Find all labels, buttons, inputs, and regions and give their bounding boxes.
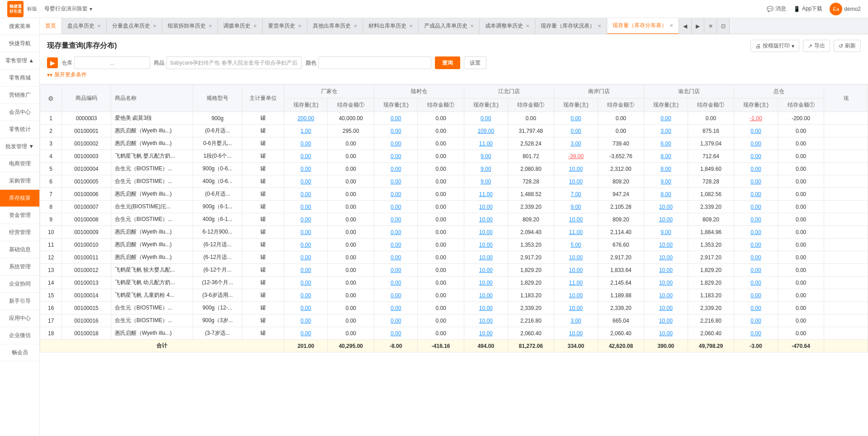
cell-total-qty[interactable]: 0.00 — [734, 289, 778, 302]
tab-cost-adjust[interactable]: 成本调整单历史 ✕ — [480, 18, 535, 34]
tab-sub-inventory-check[interactable]: 分量盘点单历史 ✕ — [107, 18, 162, 34]
tab-product-in[interactable]: 产成品入库单历史 ✕ — [419, 18, 480, 34]
cell-total-qty[interactable]: 0.00 — [734, 213, 778, 226]
messages-btn[interactable]: 💬 消息 — [767, 5, 786, 13]
cell-changjia-qty[interactable]: 0.00 — [284, 251, 328, 264]
cell-changjia-qty[interactable]: 0.00 — [284, 327, 328, 340]
cell-nanan-qty[interactable]: 10.00 — [554, 302, 598, 314]
cell-changjia-qty[interactable]: 0.00 — [284, 201, 328, 213]
cell-yubei-qty[interactable]: 8.00 — [644, 188, 688, 201]
query-btn[interactable]: 查询 — [435, 56, 460, 69]
cell-nanan-qty[interactable]: 10.00 — [554, 163, 598, 175]
cell-yubei-qty[interactable]: 10.00 — [644, 277, 688, 289]
cell-yubei-qty[interactable]: 10.00 — [644, 289, 688, 302]
cell-yubei-qty[interactable]: 8.00 — [644, 150, 688, 163]
cell-yubei-qty[interactable]: 10.00 — [644, 239, 688, 251]
cell-changjia-qty[interactable]: 0.00 — [284, 213, 328, 226]
cell-nanan-qty[interactable]: 3.00 — [554, 137, 598, 150]
cell-lucun-qty[interactable]: 0.00 — [374, 314, 418, 327]
table-container[interactable]: ⚙ 商品编码 商品名称 规格型号 主计量单位 厂家仓 陆村仓 江北门店 南岸门店… — [40, 84, 868, 436]
sidebar-item-retail-stats[interactable]: 零售统计 — [0, 121, 39, 138]
tab-close-icon[interactable]: ✕ — [253, 23, 257, 28]
sidebar-item-guide[interactable]: 新手引导 — [0, 293, 39, 310]
tab-prev-btn[interactable]: ◀ — [679, 18, 692, 34]
cell-jiangbei-qty[interactable]: 10.00 — [464, 201, 508, 213]
cell-yubei-qty[interactable]: 8.00 — [644, 163, 688, 175]
cell-nanan-qty[interactable]: 9.00 — [554, 201, 598, 213]
cell-lucun-qty[interactable]: 0.00 — [374, 239, 418, 251]
cell-lucun-qty[interactable]: 0.00 — [374, 150, 418, 163]
sidebar-item-system[interactable]: 系统管理 — [0, 258, 39, 276]
tab-close-icon[interactable]: ✕ — [598, 23, 601, 28]
cell-changjia-qty[interactable]: 0.00 — [284, 314, 328, 327]
cell-nanan-qty[interactable]: 10.00 — [554, 251, 598, 264]
cell-total-qty[interactable]: -1.00 — [734, 112, 778, 125]
filter-toggle-btn[interactable]: ▶ — [47, 57, 58, 68]
cell-nanan-qty[interactable]: 0.00 — [554, 112, 598, 125]
tab-close-icon[interactable]: ✕ — [526, 23, 529, 28]
app-download-btn[interactable]: 📱 App下载 — [793, 5, 822, 13]
cell-changjia-qty[interactable]: 0.00 — [284, 137, 328, 150]
cell-total-qty[interactable]: 0.00 — [734, 327, 778, 340]
cell-jiangbei-qty[interactable]: 10.00 — [464, 289, 508, 302]
cell-total-qty[interactable]: 0.00 — [734, 277, 778, 289]
cell-jiangbei-qty[interactable]: 10.00 — [464, 264, 508, 277]
sidebar-item-wholesale[interactable]: 批发管理 ▼ — [0, 138, 39, 155]
cell-nanan-qty[interactable]: 11.00 — [554, 277, 598, 289]
tab-close-icon[interactable]: ✕ — [470, 23, 474, 28]
cell-nanan-qty[interactable]: -39.00 — [554, 150, 598, 163]
cell-changjia-qty[interactable]: 1.00 — [284, 125, 328, 137]
cell-total-qty[interactable]: 0.00 — [734, 188, 778, 201]
cell-jiangbei-qty[interactable]: 109.00 — [464, 125, 508, 137]
user-menu[interactable]: Ea demo2 — [830, 3, 861, 15]
cell-nanan-qty[interactable]: 10.00 — [554, 264, 598, 277]
cell-jiangbei-qty[interactable]: 10.00 — [464, 302, 508, 314]
tab-transfer[interactable]: 调拨单历史 ✕ — [218, 18, 263, 34]
cell-nanan-qty[interactable]: 5.00 — [554, 239, 598, 251]
cell-lucun-qty[interactable]: 0.00 — [374, 327, 418, 340]
tab-inventory-dist[interactable]: 现存量（库存分布表） ✕ — [607, 18, 679, 34]
cell-lucun-qty[interactable]: 0.00 — [374, 213, 418, 226]
tab-requisition[interactable]: 要货单历史 ✕ — [263, 18, 307, 34]
tab-inventory-status[interactable]: 现存量（库存状况表） ✕ — [535, 18, 607, 34]
tab-close-icon[interactable]: ✕ — [670, 23, 673, 28]
cell-total-qty[interactable]: 0.00 — [734, 314, 778, 327]
cell-jiangbei-qty[interactable]: 9.00 — [464, 175, 508, 188]
goods-input[interactable] — [166, 56, 302, 69]
sidebar-item-quicknav[interactable]: 快捷导航 — [0, 35, 39, 52]
cell-changjia-qty[interactable]: 0.00 — [284, 277, 328, 289]
settings-btn[interactable]: 设置 — [464, 56, 486, 69]
cell-lucun-qty[interactable]: 0.00 — [374, 125, 418, 137]
cell-jiangbei-qty[interactable]: 10.00 — [464, 251, 508, 264]
cell-yubei-qty[interactable]: 9.00 — [644, 175, 688, 188]
cell-jiangbei-qty[interactable]: 10.00 — [464, 213, 508, 226]
cell-yubei-qty[interactable]: 10.00 — [644, 314, 688, 327]
cell-jiangbei-qty[interactable]: 11.00 — [464, 188, 508, 201]
cell-lucun-qty[interactable]: 0.00 — [374, 302, 418, 314]
cell-yubei-qty[interactable]: 10.00 — [644, 302, 688, 314]
cell-yubei-qty[interactable]: 10.00 — [644, 264, 688, 277]
tab-close-icon[interactable]: ✕ — [354, 23, 357, 28]
sidebar-item-marketing[interactable]: 营销推广 — [0, 87, 39, 104]
sidebar-item-wechat[interactable]: 企业微信 — [0, 327, 39, 344]
cell-changjia-qty[interactable]: 0.00 — [284, 175, 328, 188]
cell-nanan-qty[interactable]: 10.00 — [554, 213, 598, 226]
sidebar-item-inventory[interactable]: 库存核算 — [0, 190, 39, 207]
sidebar-item-collab[interactable]: 企业协同 — [0, 276, 39, 293]
sidebar-item-retail-store[interactable]: 零售商城 — [0, 70, 39, 87]
cell-changjia-qty[interactable]: 0.00 — [284, 150, 328, 163]
cell-nanan-qty[interactable]: 10.00 — [554, 289, 598, 302]
cell-total-qty[interactable]: 0.00 — [734, 163, 778, 175]
sidebar-item-apps[interactable]: 应用中心 — [0, 310, 39, 327]
cell-jiangbei-qty[interactable]: 10.00 — [464, 226, 508, 239]
cell-jiangbei-qty[interactable]: 9.00 — [464, 150, 508, 163]
cell-changjia-qty[interactable]: 0.00 — [284, 264, 328, 277]
sidebar-item-search[interactable]: 搜索英单 — [0, 18, 39, 35]
cell-jiangbei-qty[interactable]: 10.00 — [464, 314, 508, 327]
cell-nanan-qty[interactable]: 0.00 — [554, 125, 598, 137]
sidebar-item-retail-mgmt[interactable]: 零售管理 ▲ — [0, 52, 39, 70]
cell-yubei-qty[interactable]: 9.00 — [644, 226, 688, 239]
cell-changjia-qty[interactable]: 0.00 — [284, 302, 328, 314]
cell-lucun-qty[interactable]: 0.00 — [374, 289, 418, 302]
print-btn[interactable]: 🖨 按模版打印 ▾ — [750, 40, 799, 52]
